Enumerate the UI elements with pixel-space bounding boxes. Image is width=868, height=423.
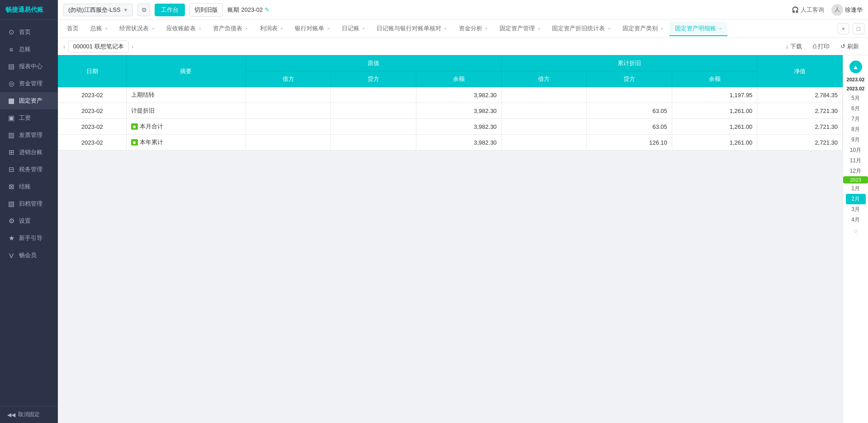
month-2023-1[interactable]: 2月 [846,194,866,204]
sidebar-item-tax_management[interactable]: ⊟ 税务管理 [0,161,58,178]
th-accum-debit: 借方 [501,71,587,87]
tab-fixed_asset_detail[interactable]: 固定资产明细账× [670,22,727,36]
tab-close-fixed_asset_category[interactable]: × [660,26,663,31]
company-name: (勿动)江西服垒-LSS [68,6,121,14]
tab-close-fund_analysis[interactable]: × [485,26,488,31]
tab-close-journal_bank_check[interactable]: × [444,26,447,31]
cell-orig-debit-3 [245,135,331,150]
tab-home[interactable]: 首页 [61,22,84,36]
breadcrumb-prev-arrow[interactable]: ‹ [63,43,66,50]
sidebar-item-payroll[interactable]: ▣ 工资 [0,109,58,127]
tab-close-general_ledger[interactable]: × [105,26,108,31]
breadcrumb-next-arrow[interactable]: › [132,43,134,50]
tab-close-business_status[interactable]: × [151,26,154,31]
sidebar-item-vip_member[interactable]: V 畅会员 [0,247,58,264]
breadcrumb-bar: ‹ 000001 联想笔记本 › ↓ 下载 ⎙ 打印 ↺ 刷新 [58,38,868,55]
archive_management-icon: ▧ [7,200,15,208]
tab-receivable[interactable]: 应收账龄表× [161,22,207,36]
month-2023-3[interactable]: 4月 [846,215,866,225]
sidebar-footer[interactable]: ◀◀ 取消固定 [0,406,58,423]
month-item-1[interactable]: 6月 [846,103,866,114]
tab-fund_analysis[interactable]: 资金分析× [453,22,493,36]
month-item-6[interactable]: 11月 [846,155,866,166]
cell-orig-balance-0: 3,982.30 [416,87,502,103]
tab-close-balance_sheet[interactable]: × [245,26,248,31]
workbench-button[interactable]: 工作台 [155,4,185,16]
scroll-up-button[interactable]: ▲ [849,61,862,73]
tab-label-journal: 日记账 [342,24,359,33]
copy-button[interactable]: ⧉ [137,4,150,16]
sidebar-item-beginner_guide[interactable]: ★ 新手引导 [0,230,58,247]
table-row: 2023-02 计提折旧 3,982.30 63.05 1,261.00 2,7… [58,103,843,119]
tab-profit[interactable]: 利润表× [255,22,288,36]
cell-orig-credit-0 [331,87,416,103]
sidebar-item-fund_management[interactable]: ◎ 资金管理 [0,75,58,92]
tab-journal_bank_check[interactable]: 日记账与银行对账单核对× [371,22,452,36]
month-2023-2[interactable]: 3月 [846,204,866,215]
th-original-balance: 余额 [416,71,502,87]
sidebar-item-label-vip_member: 畅会员 [19,251,37,259]
service-button[interactable]: 🎧 人工客询 [792,6,824,14]
tab-business_status[interactable]: 经营状况表× [114,22,160,36]
sidebar-item-general_ledger[interactable]: ≡ 总账 [0,41,58,58]
tab-close-bank_bill[interactable]: × [327,26,330,31]
sidebar-item-home[interactable]: ⊙ 首页 [0,24,58,41]
tab-balance_sheet[interactable]: 资产负债表× [208,22,253,36]
print-button[interactable]: ⎙ 打印 [809,41,834,52]
tab-close-journal[interactable]: × [362,26,365,31]
unpin-label: 取消固定 [18,411,40,418]
sidebar-item-report_center[interactable]: ▤ 报表中心 [0,58,58,75]
purchase_sale-icon: ⊞ [7,148,15,156]
th-original-debit: 借方 [245,71,331,87]
breadcrumb-item[interactable]: 000001 联想笔记本 [68,41,129,52]
tab-close-fixed_asset_mgmt[interactable]: × [538,26,540,31]
month-2023-0[interactable]: 1月 [846,183,866,194]
invoice_management-icon: ▥ [7,131,15,139]
cell-accum-balance-3: 1,261.00 [672,135,757,150]
sidebar-item-invoice_management[interactable]: ▥ 发票管理 [0,127,58,144]
period-top-0: 2023.02 [843,75,868,84]
month-item-7[interactable]: 12月 [846,166,866,176]
tab-label-general_ledger: 总账 [90,24,102,33]
tab-close-fixed_depreciation_stat[interactable]: × [608,26,610,31]
tab-bank_bill[interactable]: 银行对账单× [289,22,335,36]
sidebar-item-purchase_sale[interactable]: ⊞ 进销台账 [0,144,58,161]
tab-close-fixed_asset_detail[interactable]: × [719,26,722,31]
content-area: 日期 摘要 原值 累计折旧 净值 借方 贷方 余额 借方 贷方 余额 [58,55,868,423]
tab-fixed_asset_mgmt[interactable]: 固定资产管理× [494,22,546,36]
tab-fixed_asset_category[interactable]: 固定资产类别× [617,22,669,36]
month-item-5[interactable]: 10月 [846,145,866,155]
cell-orig-balance-2: 3,982.30 [416,119,502,135]
month-item-2[interactable]: 7月 [846,114,866,124]
cell-net-value-0: 2,784.35 [757,87,843,103]
sidebar-item-settings[interactable]: ⚙ 设置 [0,212,58,230]
sidebar-item-settlement[interactable]: ⊠ 结账 [0,178,58,195]
company-select[interactable]: (勿动)江西服垒-LSS ▼ [63,4,133,16]
cell-accum-balance-0: 1,197.95 [672,87,757,103]
tab-journal[interactable]: 日记账× [336,22,370,36]
user-info[interactable]: 人 徐逢华 [831,4,863,16]
scroll-down-button[interactable]: ○ [854,227,858,235]
tab-close-profit[interactable]: × [280,26,283,31]
tab-label-journal_bank_check: 日记账与银行对账单核对 [377,24,441,33]
th-date: 日期 [58,56,127,87]
download-button[interactable]: ↓ 下载 [782,41,806,52]
unpin-icon: ◀◀ [7,412,15,418]
expand-tabs-button[interactable]: □ [853,23,864,34]
tab-close-receivable[interactable]: × [198,26,201,31]
settlement-icon: ⊠ [7,183,15,191]
sidebar-item-label-payroll: 工资 [19,114,31,122]
tab-general_ledger[interactable]: 总账× [85,22,113,36]
tab-fixed_depreciation_stat[interactable]: 固定资产折旧统计表× [547,22,616,36]
month-item-4[interactable]: 9月 [846,135,866,145]
sidebar-item-archive_management[interactable]: ▧ 归档管理 [0,195,58,212]
period-edit-icon[interactable]: ✎ [264,6,269,13]
close-all-tabs-button[interactable]: × [838,23,849,34]
month-item-0[interactable]: 5月 [846,93,866,103]
month-item-3[interactable]: 8月 [846,124,866,135]
sidebar-item-fixed_assets[interactable]: ▦ 固定资产 [0,92,58,109]
period-label: 账期 2023-02 ✎ [227,6,269,14]
cell-orig-balance-3: 3,982.30 [416,135,502,150]
switch-version-button[interactable]: 切到旧版 [189,3,223,17]
refresh-button[interactable]: ↺ 刷新 [837,41,863,52]
